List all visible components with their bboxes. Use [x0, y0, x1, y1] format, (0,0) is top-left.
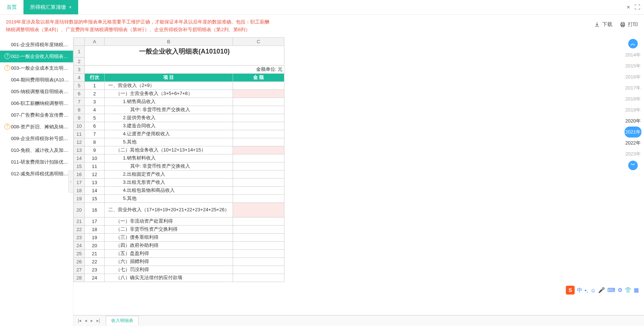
scroll-up-icon[interactable]: ︽ [628, 39, 638, 48]
cell-rownum[interactable]: 21 [85, 249, 105, 257]
cell-amount[interactable] [233, 146, 284, 154]
cell-amount[interactable] [233, 81, 284, 89]
cell-rownum[interactable]: 22 [85, 257, 105, 266]
row-header[interactable]: 7 [74, 98, 85, 106]
tree-item-004[interactable]: 004-期间费用明细表(A1040... [0, 74, 73, 86]
year-2017年[interactable]: 2017年 [625, 83, 641, 94]
print-button[interactable]: 打印 [620, 21, 638, 28]
window-close-icon[interactable]: × [627, 4, 630, 11]
sheet-nav-prev-icon[interactable]: ◂ [83, 318, 88, 323]
cell-rownum[interactable]: 10 [85, 154, 105, 162]
cell-item[interactable]: 其中: 非货币性资产交换收入 [105, 106, 233, 114]
cell-item[interactable]: 5.其他 [105, 138, 233, 146]
cell-rownum[interactable]: 8 [85, 138, 105, 146]
cell-rownum[interactable]: 7 [85, 130, 105, 138]
cell-rownum[interactable]: 15 [85, 194, 105, 202]
row-header[interactable]: 2 [74, 57, 85, 65]
cell-rownum[interactable]: 1 [85, 81, 105, 89]
cell-amount[interactable] [233, 274, 284, 282]
cell-item[interactable]: 1.销售商品收入 [105, 98, 233, 106]
tree-item-003[interactable]: 003-一般企业成本支出明细... [0, 62, 73, 74]
row-header[interactable]: 9 [74, 114, 85, 122]
ime-toolbox-icon[interactable]: ▦ [634, 287, 639, 293]
cell-amount[interactable] [233, 225, 284, 233]
cell-rownum[interactable]: 6 [85, 122, 105, 130]
row-header[interactable]: 6 [74, 89, 85, 98]
col-header-b[interactable]: B [105, 37, 233, 45]
fullscreen-icon[interactable]: ⛶ [634, 4, 640, 11]
cell-item[interactable]: 4.出租包装物和商品收入 [105, 186, 233, 194]
cell-rownum[interactable]: 9 [85, 146, 105, 154]
year-2023年[interactable]: 2023年 [625, 149, 641, 160]
row-header[interactable]: 15 [74, 162, 85, 170]
row-header[interactable]: 12 [74, 138, 85, 146]
cell-item[interactable]: （六）捐赠利得 [105, 257, 233, 266]
cell-item[interactable]: 3.出租无形资产收入 [105, 178, 233, 186]
tree-item-008[interactable]: 008-资产折旧、摊销及纳税... [0, 121, 73, 133]
row-header[interactable]: 25 [74, 249, 85, 257]
row-header[interactable]: 14 [74, 154, 85, 162]
cell-rownum[interactable]: 24 [85, 274, 105, 282]
cell-item[interactable]: （二）其他业务收入（10+12+13+14+15） [105, 146, 233, 154]
sheet-nav-next-icon[interactable]: ▸ [89, 318, 94, 323]
cell-item[interactable]: 二、营业外收入（17+18+19+20+21+22+23+24+25+26） [105, 202, 233, 217]
cell-amount[interactable] [233, 202, 284, 217]
tree-item-002[interactable]: 002-一般企业收入明细表(A1... [0, 51, 73, 62]
cell-amount[interactable] [233, 138, 284, 146]
year-2018年[interactable]: 2018年 [625, 94, 641, 105]
cell-amount[interactable] [233, 122, 284, 130]
row-header[interactable]: 11 [74, 130, 85, 138]
cell-amount[interactable] [233, 130, 284, 138]
cell-item[interactable]: 2.提供劳务收入 [105, 114, 233, 122]
row-header[interactable]: 3 [74, 65, 85, 73]
col-header-c[interactable]: C [233, 37, 284, 45]
tree-item-009[interactable]: 009-企业所得税弥补亏损明... [0, 133, 73, 145]
cell-item[interactable]: 1.销售材料收入 [105, 154, 233, 162]
year-2020年[interactable]: 2020年 [625, 116, 641, 127]
sheet-nav-last-icon[interactable]: ▸| [95, 318, 101, 323]
row-header[interactable]: 17 [74, 178, 85, 186]
cell-item[interactable]: 其中: 非货币性资产交换收入 [105, 162, 233, 170]
cell-rownum[interactable]: 18 [85, 225, 105, 233]
year-2014年[interactable]: 2014年 [625, 50, 641, 61]
ime-lang-icon[interactable]: 中 [577, 287, 582, 294]
row-header[interactable]: 4 [74, 73, 85, 81]
cell-rownum[interactable]: 20 [85, 241, 105, 249]
tree-item-010[interactable]: 010-免税、减计收入及加计... [0, 145, 73, 156]
ime-skin-icon[interactable]: 👕 [625, 287, 632, 293]
year-2019年[interactable]: 2019年 [625, 105, 641, 116]
sidebar-collapse-handle[interactable]: ‹ [68, 171, 73, 193]
cell-item[interactable]: （二）非货币性资产交换利得 [105, 225, 233, 233]
tree-item-007[interactable]: 007-广告费和业务宣传费跨... [0, 109, 73, 121]
cell-amount[interactable] [233, 114, 284, 122]
cell-amount[interactable] [233, 154, 284, 162]
cell-rownum[interactable]: 5 [85, 114, 105, 122]
close-icon[interactable]: × [69, 5, 72, 10]
cell-amount[interactable] [233, 194, 284, 202]
cell-item[interactable]: （四）政府补助利得 [105, 241, 233, 249]
cell-rownum[interactable]: 13 [85, 178, 105, 186]
tree-item-006[interactable]: 006-职工薪酬纳税调整明细... [0, 98, 73, 109]
cell-rownum[interactable]: 3 [85, 98, 105, 106]
cell-rownum[interactable]: 14 [85, 186, 105, 194]
cell-amount[interactable] [233, 89, 284, 98]
grid-scroll[interactable]: A B C 1 一般企业收入明细表(A101010) 2 3 金额单位: 元 [73, 37, 644, 315]
row-header[interactable]: 22 [74, 225, 85, 233]
cell-amount[interactable] [233, 266, 284, 274]
cell-item[interactable]: （一）非流动资产处置利得 [105, 217, 233, 225]
ime-voice-icon[interactable]: 🎤 [598, 287, 605, 293]
cell-item[interactable]: 5.其他 [105, 194, 233, 202]
select-all-corner[interactable] [74, 37, 85, 45]
cell-item[interactable]: （八）确实无法偿付的应付款项 [105, 274, 233, 282]
cell-item[interactable]: 一、营业收入（2+9） [105, 81, 233, 89]
cell-item[interactable]: （三）债务重组利得 [105, 233, 233, 241]
year-2015年[interactable]: 2015年 [625, 61, 641, 72]
sheet-nav-first-icon[interactable]: |◂ [76, 318, 83, 323]
horizontal-scrollbar[interactable] [424, 318, 644, 323]
row-header[interactable]: 27 [74, 266, 85, 274]
year-2022年[interactable]: 2022年 [625, 138, 641, 149]
row-header[interactable]: 13 [74, 146, 85, 154]
tree-item-011[interactable]: 011-研发费用加计扣除优惠... [0, 156, 73, 168]
cell-item[interactable]: （五）盘盈利得 [105, 249, 233, 257]
ime-emoji-icon[interactable]: ☺ [590, 287, 596, 293]
